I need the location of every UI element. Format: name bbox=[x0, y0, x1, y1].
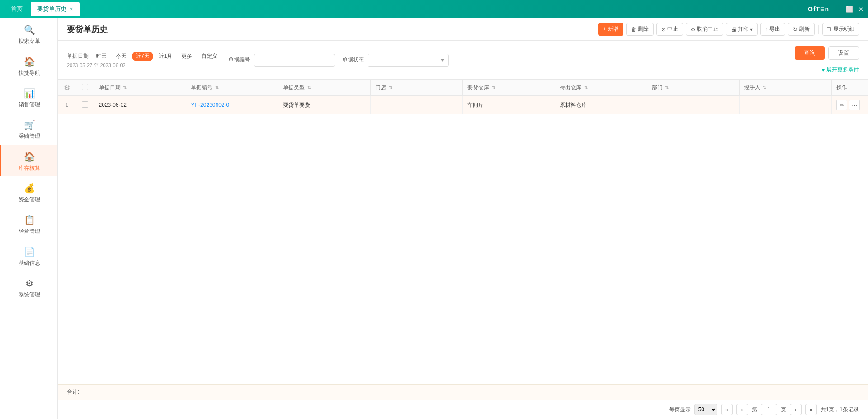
row-checkbox[interactable] bbox=[82, 101, 88, 108]
col-pending-wh-header[interactable]: 待出仓库 ⇅ bbox=[555, 80, 647, 96]
col-handler-header[interactable]: 经手人 ⇅ bbox=[740, 80, 832, 96]
export-button[interactable]: ↑ 导出 bbox=[760, 23, 785, 36]
col-dept-header[interactable]: 部门 ⇅ bbox=[647, 80, 740, 96]
row-edit-button[interactable]: ✏ bbox=[836, 100, 847, 110]
col-date-label: 单据日期 bbox=[99, 84, 121, 90]
refresh-button[interactable]: ↻ 刷新 bbox=[788, 23, 815, 36]
filter-settings-button[interactable]: 设置 bbox=[828, 46, 859, 60]
sidebar-quick-nav-label: 快捷导航 bbox=[19, 69, 40, 77]
col-doctype-header[interactable]: 单据类型 ⇅ bbox=[278, 80, 371, 96]
brand-logo: OfTEn bbox=[808, 5, 829, 13]
sidebar-base-info-label: 基础信息 bbox=[19, 259, 40, 267]
delete-button[interactable]: 🗑 删除 bbox=[626, 23, 654, 36]
row-dept bbox=[647, 96, 740, 114]
table-row: 1 2023-06-02 YH-20230602-0 要货单要货 车间库 原材料… bbox=[58, 96, 868, 114]
date-btn-custom[interactable]: 自定义 bbox=[198, 52, 221, 61]
date-btn-1month[interactable]: 近1月 bbox=[155, 52, 176, 61]
date-btn-more[interactable]: 更多 bbox=[178, 52, 196, 61]
column-settings-icon[interactable]: ⚙ bbox=[64, 84, 70, 91]
page-header: 要货单历史 + 新增 🗑 删除 ⊘ 中止 ⊘ 取消中止 🖨 打印 bbox=[58, 18, 868, 41]
top-bar-right: OfTEn — ⬜ ✕ bbox=[808, 5, 863, 13]
print-button[interactable]: 🖨 打印 ▾ bbox=[726, 23, 758, 36]
sidebar-item-operation[interactable]: 📋 经营管理 bbox=[0, 208, 57, 240]
col-dept-sort-icon: ⇅ bbox=[665, 85, 669, 90]
col-docno-header[interactable]: 单据编号 ⇅ bbox=[186, 80, 278, 96]
tab-requisition-history[interactable]: 要货单历史 ✕ bbox=[31, 2, 80, 16]
date-btn-7days[interactable]: 近7天 bbox=[132, 52, 153, 61]
tab-home[interactable]: 首页 bbox=[5, 2, 29, 16]
sidebar-item-sales[interactable]: 📊 销售管理 bbox=[0, 81, 57, 113]
cancel-stop-button[interactable]: ⊘ 取消中止 bbox=[686, 23, 723, 36]
sidebar-inventory-label: 库存核算 bbox=[19, 164, 40, 172]
col-doctype-sort-icon: ⇅ bbox=[307, 85, 311, 90]
print-chevron-icon: ▾ bbox=[750, 26, 753, 33]
query-button[interactable]: 查询 bbox=[795, 46, 825, 60]
row-doctype: 要货单要货 bbox=[278, 96, 371, 114]
page-input[interactable] bbox=[761, 404, 777, 415]
col-req-wh-header[interactable]: 要货仓库 ⇅ bbox=[463, 80, 555, 96]
row-checkbox-cell[interactable] bbox=[76, 96, 94, 114]
col-settings[interactable]: ⚙ bbox=[58, 80, 76, 96]
page-suffix: 页 bbox=[781, 406, 786, 414]
display-cell-label: 显示明细 bbox=[833, 25, 855, 33]
per-page-select[interactable]: 50 10 20 100 bbox=[694, 404, 717, 415]
print-label: 打印 bbox=[738, 25, 749, 33]
sidebar-system-label: 系统管理 bbox=[19, 291, 40, 299]
col-checkbox-header[interactable] bbox=[76, 80, 94, 96]
sidebar-item-finance[interactable]: 💰 资金管理 bbox=[0, 176, 57, 208]
col-date-header[interactable]: 单据日期 ⇅ bbox=[94, 80, 186, 96]
sidebar-finance-label: 资金管理 bbox=[19, 196, 40, 204]
col-store-header[interactable]: 门店 ⇅ bbox=[371, 80, 463, 96]
sidebar-item-base-info[interactable]: 📄 基础信息 bbox=[0, 240, 57, 271]
row-handler bbox=[740, 96, 832, 114]
expand-more-label: 展开更多条件 bbox=[826, 66, 859, 74]
next-page-button[interactable]: › bbox=[790, 404, 802, 415]
window-close-icon[interactable]: ✕ bbox=[859, 6, 863, 13]
table-body: 1 2023-06-02 YH-20230602-0 要货单要货 车间库 原材料… bbox=[58, 96, 868, 114]
top-bar: 首页 要货单历史 ✕ OfTEn — ⬜ ✕ bbox=[0, 0, 868, 18]
table-header: ⚙ 单据日期 ⇅ 单据编号 ⇅ bbox=[58, 80, 868, 96]
display-cell-checkbox[interactable]: ☐ bbox=[826, 26, 831, 33]
display-cell-button[interactable]: ☐ 显示明细 bbox=[822, 23, 859, 36]
toolbar: + 新增 🗑 删除 ⊘ 中止 ⊘ 取消中止 🖨 打印 ▾ bbox=[598, 23, 859, 36]
col-req-wh-label: 要货仓库 bbox=[467, 84, 489, 90]
doc-no-input[interactable] bbox=[254, 54, 335, 67]
select-all-checkbox[interactable] bbox=[82, 84, 88, 90]
print-icon: 🖨 bbox=[731, 26, 736, 33]
stop-label: 中止 bbox=[667, 25, 678, 33]
prev-page-button[interactable]: ‹ bbox=[736, 404, 748, 415]
row-docno[interactable]: YH-20230602-0 bbox=[186, 96, 278, 114]
stop-button[interactable]: ⊘ 中止 bbox=[656, 23, 683, 36]
sidebar-item-search[interactable]: 🔍 搜索菜单 bbox=[0, 18, 57, 50]
tab-close-icon[interactable]: ✕ bbox=[69, 6, 73, 12]
date-btn-yesterday[interactable]: 昨天 bbox=[92, 52, 110, 61]
maximize-icon[interactable]: ⬜ bbox=[846, 6, 853, 13]
date-btn-today[interactable]: 今天 bbox=[112, 52, 130, 61]
search-menu-icon: 🔍 bbox=[24, 24, 35, 35]
inventory-icon: 🏠 bbox=[24, 151, 35, 162]
per-page-label: 每页显示 bbox=[669, 406, 691, 414]
row-docno-link[interactable]: YH-20230602-0 bbox=[191, 102, 229, 108]
row-more-button[interactable]: ⋯ bbox=[849, 100, 860, 110]
refresh-label: 刷新 bbox=[799, 25, 810, 33]
date-filter-group: 单据日期 昨天 今天 近7天 近1月 更多 自定义 bbox=[67, 52, 221, 61]
sidebar-item-system[interactable]: ⚙ 系统管理 bbox=[0, 271, 57, 303]
expand-more-button[interactable]: ▾ 展开更多条件 bbox=[822, 66, 859, 74]
operation-icon: 📋 bbox=[24, 214, 35, 225]
stop-icon: ⊘ bbox=[661, 26, 666, 33]
table-footer: 合计: bbox=[58, 384, 868, 400]
doc-no-label: 单据编号 bbox=[228, 56, 250, 64]
row-pending-wh: 原材料仓库 bbox=[555, 96, 647, 114]
sidebar-item-purchase[interactable]: 🛒 采购管理 bbox=[0, 113, 57, 145]
last-page-button[interactable]: » bbox=[805, 404, 817, 415]
first-page-button[interactable]: « bbox=[721, 404, 733, 415]
status-select[interactable] bbox=[368, 54, 449, 67]
content-area: 要货单历史 + 新增 🗑 删除 ⊘ 中止 ⊘ 取消中止 🖨 打印 bbox=[58, 18, 868, 419]
minimize-icon[interactable]: — bbox=[835, 6, 840, 13]
new-button[interactable]: + 新增 bbox=[598, 23, 623, 36]
table-container[interactable]: ⚙ 单据日期 ⇅ 单据编号 ⇅ bbox=[58, 80, 868, 384]
sidebar-item-inventory[interactable]: 🏠 库存核算 bbox=[0, 145, 57, 176]
tab-home-label: 首页 bbox=[11, 5, 23, 13]
toolbar-divider bbox=[818, 25, 819, 34]
sidebar-item-quick-nav[interactable]: 🏠 快捷导航 bbox=[0, 50, 57, 81]
